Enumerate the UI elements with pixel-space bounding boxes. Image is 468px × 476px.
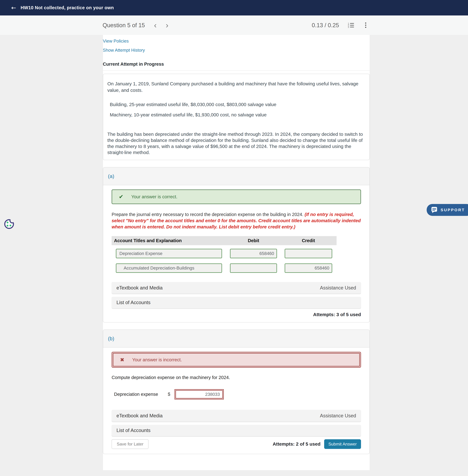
column-header-debit: Debit — [230, 238, 277, 243]
depreciation-expense-row: Depreciation expense $ — [112, 389, 361, 400]
etextbook-label: eTextbook and Media — [117, 413, 163, 418]
more-options-icon[interactable] — [364, 21, 368, 29]
view-policies-link[interactable]: View Policies — [103, 39, 129, 44]
x-icon: ✖ — [120, 357, 124, 363]
instruction-plain-text: Prepare the journal entry necessary to r… — [112, 212, 305, 217]
support-button[interactable]: SUPPORT — [427, 204, 468, 216]
question-paragraph-2: The building has been depreciated under … — [107, 131, 365, 156]
question-paragraph: On January 1, 2019, Sunland Company purc… — [107, 81, 361, 93]
account-title-input-2[interactable] — [116, 263, 222, 273]
support-label: SUPPORT — [441, 208, 465, 212]
etextbook-media-bar-a[interactable]: eTextbook and Media Assistance Used — [112, 282, 361, 294]
attempts-counter-b: Attempts: 2 of 5 used — [273, 441, 321, 447]
depreciation-expense-label: Depreciation expense — [114, 392, 158, 397]
divider — [103, 70, 370, 71]
list-of-accounts-label: List of Accounts — [117, 300, 150, 305]
currency-symbol: $ — [168, 392, 170, 397]
building-detail-line: Building, 25-year estimated useful life,… — [110, 101, 365, 108]
correct-banner-text: Your answer is correct. — [131, 194, 177, 199]
incorrect-banner-text: Your answer is incorrect. — [132, 357, 182, 362]
chat-bubble-icon — [431, 206, 438, 213]
page: ← HW10 Not collected, practice on your o… — [0, 0, 468, 476]
question-position: Question 5 of 15 — [103, 22, 145, 29]
part-a-instruction: Prepare the journal entry necessary to r… — [112, 211, 361, 230]
question-text-card: On January 1, 2019, Sunland Company purc… — [103, 74, 370, 160]
part-b-prompt: Compute depreciation expense on the mach… — [112, 375, 361, 380]
journal-row-2 — [112, 263, 336, 273]
incorrect-answer-banner: ✖ Your answer is incorrect. — [112, 352, 361, 368]
question-content: View Policies Show Attempt History Curre… — [103, 35, 370, 470]
part-a-header: (a) — [103, 167, 369, 185]
part-b-header: (b) — [103, 330, 369, 348]
etextbook-label: eTextbook and Media — [117, 285, 163, 291]
top-app-bar: ← HW10 Not collected, practice on your o… — [0, 0, 468, 15]
show-attempt-history-link[interactable]: Show Attempt History — [103, 48, 145, 53]
attempts-counter-a: Attempts: 3 of 5 used — [112, 312, 361, 317]
credit-input-1[interactable] — [285, 249, 332, 258]
current-attempt-label: Current Attempt in Progress — [103, 61, 370, 67]
question-list-icon[interactable]: 123 — [348, 22, 354, 28]
list-of-accounts-bar-b[interactable]: List of Accounts — [112, 425, 361, 436]
check-icon: ✔ — [119, 193, 123, 200]
question-header-band: Question 5 of 15 ‹ › 0.13 / 0.25 123 — [0, 15, 468, 35]
score-display: 0.13 / 0.25 — [312, 22, 339, 29]
next-question-button[interactable]: › — [164, 22, 169, 28]
correct-answer-banner: ✔ Your answer is correct. — [112, 190, 361, 204]
account-title-input-1[interactable] — [116, 249, 222, 258]
part-b-label: (b) — [108, 336, 114, 341]
submit-answer-button[interactable]: Submit Answer — [324, 439, 361, 449]
journal-entry-table: Account Titles and Explanation Debit Cre… — [112, 236, 336, 273]
journal-row-1 — [112, 249, 336, 258]
part-b-footer: Save for Later Attempts: 2 of 5 used Sub… — [112, 439, 361, 449]
journal-table-header: Account Titles and Explanation Debit Cre… — [112, 236, 336, 245]
svg-text:3: 3 — [348, 26, 349, 28]
part-a-label: (a) — [108, 173, 114, 179]
back-arrow-icon[interactable]: ← — [11, 4, 16, 11]
cookie-settings-icon[interactable] — [3, 218, 15, 230]
part-a-card: (a) ✔ Your answer is correct. Prepare th… — [103, 167, 370, 323]
previous-question-button[interactable]: ‹ — [153, 22, 158, 28]
debit-input-1[interactable] — [230, 249, 277, 258]
machinery-detail-line: Machinery, 10-year estimated useful life… — [110, 112, 365, 118]
list-of-accounts-bar-a[interactable]: List of Accounts — [112, 297, 361, 308]
assistance-used-label: Assistance Used — [320, 285, 356, 291]
assignment-title: HW10 Not collected, practice on your own — [21, 5, 114, 10]
debit-input-2[interactable] — [230, 263, 277, 273]
column-header-credit: Credit — [285, 238, 332, 243]
depreciation-expense-input[interactable] — [175, 389, 224, 400]
etextbook-media-bar-b[interactable]: eTextbook and Media Assistance Used — [112, 410, 361, 422]
credit-input-2[interactable] — [285, 263, 332, 273]
column-header-account: Account Titles and Explanation — [112, 238, 230, 243]
save-for-later-button[interactable]: Save for Later — [112, 439, 148, 449]
list-of-accounts-label: List of Accounts — [117, 428, 150, 433]
assistance-used-label: Assistance Used — [320, 413, 356, 418]
part-b-card: (b) ✖ Your answer is incorrect. Compute … — [103, 329, 370, 454]
